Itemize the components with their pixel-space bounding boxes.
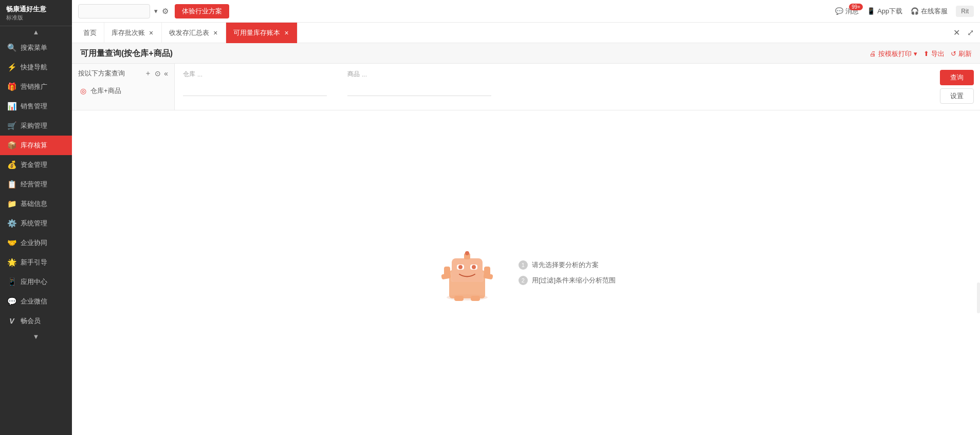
enterprise-icon: 🤝 [7,238,16,248]
tabbar: 首页 库存批次账 × 收发存汇总表 × 可用量库存账本 × ✕ ⤢ [72,23,980,43]
product-input[interactable] [347,81,491,96]
scheme-item-warehouse-product[interactable]: ◎ 仓库+商品 [72,82,174,100]
member-icon: V [7,317,16,325]
msg-icon: 💬 [835,7,843,15]
print-btn[interactable]: 🖨 按模板打印 [870,49,912,59]
online-service-btn[interactable]: 🎧 在线客服 [911,7,948,16]
page-content: 可用量查询(按仓库+商品) 🖨 按模板打印 ▾ ⬆ 导出 ↺ 刷新 [72,43,980,435]
export-btn[interactable]: ⬆ 导出 [923,49,945,59]
collapse-scheme-btn[interactable]: « [164,69,168,78]
main-area: ▾ ⚙ 体验行业方案 💬 消息 99+ 📱 App下载 🎧 在线客服 Rit 首… [72,0,980,435]
guide-icon: 🌟 [7,258,16,267]
app-download-btn[interactable]: 📱 App下载 [867,7,902,16]
empty-state: 1 请先选择要分析的方案 2 用[过滤]条件来缩小分析范围 [72,110,980,435]
warehouse-label: 仓库 ... [183,70,327,79]
filter-scheme-actions: ＋ ⊙ « [144,69,168,78]
svg-point-6 [458,265,463,269]
finance-icon: 💰 [7,160,16,169]
svg-point-15 [465,251,469,255]
search-icon: 🔍 [7,43,16,52]
quick-nav-icon: ⚡ [7,63,16,72]
tip-num-1: 1 [519,260,528,270]
expand-btn[interactable]: ⤢ [965,26,976,40]
sidebar-item-marketing[interactable]: 🎁 营销推广 [0,77,72,97]
headset-icon: 🎧 [911,7,919,15]
product-label: 商品 ... [347,70,491,79]
sidebar-scroll-down[interactable]: ▼ [0,331,72,343]
warehouse-more-btn[interactable]: ... [197,71,202,78]
sidebar-item-quick-nav[interactable]: ⚡ 快捷导航 [0,58,72,77]
sidebar-item-finance[interactable]: 💰 资金管理 [0,155,72,175]
close-all-tabs-btn[interactable]: ✕ [951,26,962,40]
tab-collect-ledger[interactable]: 收发存汇总表 × [162,23,226,43]
msg-badge: 99+ [849,4,863,10]
sidebar-item-wechat[interactable]: 💬 企业微信 [0,292,72,311]
tip-num-2: 2 [519,276,528,285]
right-scrollbar[interactable] [977,282,980,313]
sidebar-item-operations[interactable]: 📋 经营管理 [0,175,72,194]
msg-btn[interactable]: 💬 消息 99+ [835,7,859,16]
sidebar-item-sales[interactable]: 📊 销售管理 [0,97,72,116]
sidebar: 畅康通好生意 标准版 ▲ 🔍 搜索菜单 ⚡ 快捷导航 🎁 营销推广 📊 销售管理… [0,0,72,435]
phone-icon: 📱 [867,7,875,15]
manage-scheme-btn[interactable]: ⊙ [155,69,161,78]
refresh-icon: ↺ [951,50,956,58]
page-header: 可用量查询(按仓库+商品) 🖨 按模板打印 ▾ ⬆ 导出 ↺ 刷新 [72,43,980,64]
inventory-icon: 📦 [7,141,16,150]
print-icon: 🖨 [870,50,876,58]
filter-field-warehouse: 仓库 ... [183,70,327,96]
empty-tips: 1 请先选择要分析的方案 2 用[过滤]条件来缩小分析范围 [519,260,616,285]
sidebar-item-appstore[interactable]: 📱 应用中心 [0,272,72,292]
wechat-icon: 💬 [7,297,16,306]
filter-actions: 查询 设置 [940,64,980,110]
topbar: ▾ ⚙ 体验行业方案 💬 消息 99+ 📱 App下载 🎧 在线客服 Rit [72,0,980,23]
empty-tip-1: 1 请先选择要分析的方案 [519,260,616,270]
tab-collect-ledger-close[interactable]: × [212,29,218,36]
product-more-btn[interactable]: ... [362,71,367,78]
sidebar-item-inventory[interactable]: 📦 库存核算 [0,136,72,155]
svg-rect-3 [452,258,483,282]
operations-icon: 📋 [7,180,16,189]
tab-available-ledger[interactable]: 可用量库存账本 × [226,23,297,43]
tab-batch-ledger-close[interactable]: × [148,29,154,36]
purchase-icon: 🛒 [7,121,16,130]
settings-gear-btn[interactable]: ⚙ [162,7,169,16]
sidebar-item-search[interactable]: 🔍 搜索菜单 [0,38,72,58]
query-btn[interactable]: 查询 [940,70,974,85]
sidebar-scroll-up[interactable]: ▲ [0,26,72,38]
svg-rect-11 [471,296,480,301]
system-icon: ⚙️ [7,219,16,228]
warehouse-input[interactable] [183,81,327,96]
export-icon: ⬆ [923,50,929,58]
sidebar-item-enterprise[interactable]: 🤝 企业协同 [0,233,72,253]
sidebar-item-basic[interactable]: 📁 基础信息 [0,194,72,214]
filter-field-product: 商品 ... [347,70,491,96]
add-scheme-btn[interactable]: ＋ [144,69,152,78]
svg-rect-10 [454,296,464,301]
empty-illustration [436,242,498,304]
trial-btn[interactable]: 体验行业方案 [175,4,229,18]
svg-point-7 [472,265,476,269]
tabbar-right-btns: ✕ ⤢ [951,26,976,40]
tab-available-ledger-close[interactable]: × [283,29,289,36]
sidebar-item-guide[interactable]: 🌟 新手引导 [0,253,72,272]
sidebar-item-member[interactable]: V 畅会员 [0,311,72,331]
filter-settings-btn[interactable]: 设置 [940,88,974,104]
filter-scheme-header: 按以下方案查询 ＋ ⊙ « [72,69,174,82]
appstore-icon: 📱 [7,277,16,287]
tip-text-2: 用[过滤]条件来缩小分析范围 [532,276,616,285]
scheme-icon: ◎ [80,87,86,95]
search-input[interactable] [78,4,150,18]
search-dropdown-btn[interactable]: ▾ [154,7,158,15]
tip-text-1: 请先选择要分析的方案 [532,260,599,270]
sales-icon: 📊 [7,102,16,111]
user-profile-btn[interactable]: Rit [956,6,974,17]
tab-batch-ledger[interactable]: 库存批次账 × [104,23,162,43]
sidebar-item-system[interactable]: ⚙️ 系统管理 [0,214,72,233]
refresh-btn[interactable]: ↺ 刷新 [951,49,972,59]
page-title: 可用量查询(按仓库+商品) [80,48,173,59]
tab-home[interactable]: 首页 [76,23,104,43]
app-edition: 标准版 [6,14,66,22]
print-dropdown-toggle[interactable]: ▾ [913,50,917,58]
sidebar-item-purchase[interactable]: 🛒 采购管理 [0,116,72,136]
